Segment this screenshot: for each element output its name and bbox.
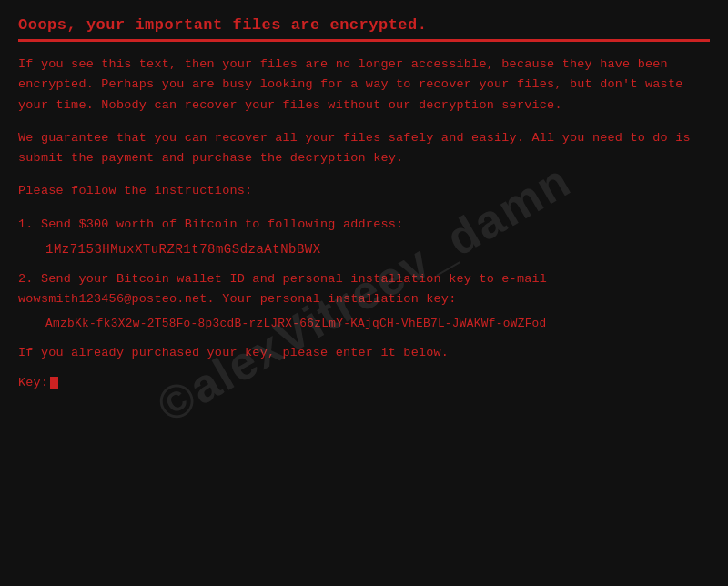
paragraph-1-text: If you see this text, then your files ar…	[18, 57, 683, 112]
step-2-label: 2. Send your Bitcoin wallet ID and perso…	[18, 272, 547, 306]
header-title: Ooops, your important files are encrypte…	[18, 16, 710, 34]
paragraph-2: We guarantee that you can recover all yo…	[18, 128, 710, 169]
paragraph-1: If you see this text, then your files ar…	[18, 55, 710, 116]
instructions-header-text: Please follow the instructions:	[18, 184, 252, 197]
key-input-line[interactable]: Key:	[18, 373, 710, 393]
bitcoin-address: 1Mz7153HMuxXTuRZR1t78mGSdzaAtNbBWX	[46, 242, 710, 257]
installation-key: AmzbKk-fk3X2w-2T58Fo-8p3cdB-rzLJRX-66zLm…	[46, 317, 710, 330]
key-prompt-label: Key:	[18, 373, 48, 393]
paragraph-2-text: We guarantee that you can recover all yo…	[18, 131, 691, 165]
final-section: If you already purchased your key, pleas…	[18, 343, 710, 393]
step-1-label: 1. Send $300 worth of Bitcoin to followi…	[18, 217, 403, 231]
instructions-header-section: Please follow the instructions:	[18, 181, 710, 201]
divider	[18, 39, 710, 42]
step-1-section: 1. Send $300 worth of Bitcoin to followi…	[18, 215, 710, 257]
cursor-blink	[50, 377, 58, 389]
ransomware-screen: ©alexVitreev_damn Ooops, your important …	[0, 0, 728, 586]
final-line-text: If you already purchased your key, pleas…	[18, 346, 449, 359]
step-2-section: 2. Send your Bitcoin wallet ID and perso…	[18, 269, 710, 331]
